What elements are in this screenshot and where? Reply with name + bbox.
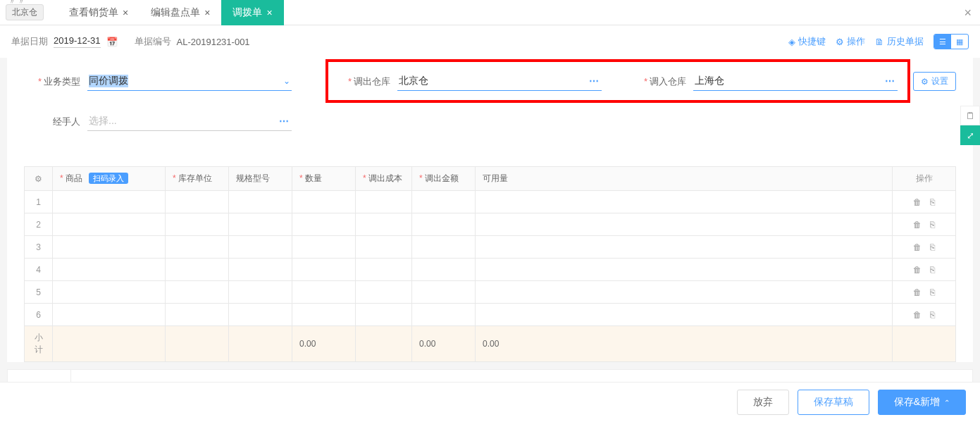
cell-amount[interactable]: [412, 236, 476, 259]
cell-unit[interactable]: [166, 213, 229, 236]
copy-icon[interactable]: ⎘: [930, 197, 935, 207]
cell-qty[interactable]: [292, 304, 356, 326]
cell-unit[interactable]: [166, 191, 229, 213]
biz-type-select[interactable]: 同价调拨 ⌄: [87, 72, 292, 91]
out-warehouse-select[interactable]: 北京仓 ⋯: [397, 72, 602, 91]
delete-icon[interactable]: 🗑: [913, 242, 922, 252]
cell-unit[interactable]: [166, 259, 229, 281]
cell-cost[interactable]: [356, 281, 412, 304]
operate-link[interactable]: ⚙ 操作: [836, 35, 865, 48]
shortcut-link[interactable]: ◈ 快捷键: [788, 35, 826, 48]
cell-spec[interactable]: [229, 236, 292, 259]
copy-icon[interactable]: ⎘: [930, 242, 935, 252]
shortcut-label: 快捷键: [798, 35, 826, 48]
cell-product[interactable]: [53, 213, 166, 236]
copy-icon[interactable]: ⎘: [930, 265, 935, 275]
cell-qty[interactable]: [292, 236, 356, 259]
tab-bar: 〃 〃 北京仓 查看销货单 × 编辑盘点单 × 调拨单 × ×: [0, 0, 980, 25]
date-value[interactable]: 2019-12-31: [54, 35, 101, 48]
cell-unit[interactable]: [166, 236, 229, 259]
table-row[interactable]: 2🗑⎘: [25, 213, 956, 236]
subtotal-label: 小计: [25, 326, 53, 362]
history-label: 历史单据: [887, 35, 924, 48]
delete-icon[interactable]: 🗑: [913, 287, 922, 297]
copy-icon[interactable]: ⎘: [930, 220, 935, 230]
cell-cost[interactable]: [356, 259, 412, 281]
delete-icon[interactable]: 🗑: [913, 265, 922, 275]
cell-cost[interactable]: [356, 236, 412, 259]
cell-cost[interactable]: [356, 213, 412, 236]
cell-available[interactable]: [476, 191, 893, 213]
copy-icon[interactable]: ⎘: [930, 287, 935, 297]
table-row[interactable]: 1🗑⎘: [25, 191, 956, 213]
delete-icon[interactable]: 🗑: [913, 310, 922, 320]
cell-spec[interactable]: [229, 259, 292, 281]
expand-tool-icon[interactable]: ⤢: [960, 125, 980, 145]
discard-button[interactable]: 放弃: [737, 390, 789, 415]
scan-badge[interactable]: 扫码录入: [89, 173, 128, 184]
cell-amount[interactable]: [412, 191, 476, 213]
row-num: 4: [25, 259, 53, 281]
cell-qty[interactable]: [292, 259, 356, 281]
table-row[interactable]: 6🗑⎘: [25, 304, 956, 326]
tab-edit-inventory[interactable]: 编辑盘点单 ×: [139, 0, 221, 25]
table-row[interactable]: 3🗑⎘: [25, 236, 956, 259]
tab-view-sales[interactable]: 查看销货单 ×: [58, 0, 139, 25]
table-container: ⚙ *商品 扫码录入 *库存单位 规格型号 *数量 *调出成本 *调出金额 可用…: [7, 159, 973, 362]
cell-available[interactable]: [476, 236, 893, 259]
header-actions: ◈ 快捷键 ⚙ 操作 🗎 历史单据 ☰ ▦: [788, 34, 969, 49]
cell-amount[interactable]: [412, 213, 476, 236]
cell-unit[interactable]: [166, 281, 229, 304]
gear-column-icon[interactable]: ⚙: [25, 167, 53, 191]
cell-amount[interactable]: [412, 259, 476, 281]
delete-icon[interactable]: 🗑: [913, 197, 922, 207]
cell-product[interactable]: [53, 304, 166, 326]
close-icon[interactable]: ×: [266, 7, 272, 18]
tab-label: 查看销货单: [69, 6, 118, 19]
history-link[interactable]: 🗎 历史单据: [875, 35, 924, 48]
subtotal-amount: 0.00: [412, 326, 476, 362]
row-num: 5: [25, 281, 53, 304]
view-list-icon[interactable]: ☰: [934, 35, 951, 49]
table-row[interactable]: 5🗑⎘: [25, 281, 956, 304]
note-tool-icon[interactable]: 🗒: [960, 106, 980, 125]
handler-select[interactable]: 选择... ⋯: [87, 112, 292, 131]
cell-product[interactable]: [53, 281, 166, 304]
tab-transfer[interactable]: 调拨单 ×: [221, 0, 283, 25]
cell-available[interactable]: [476, 281, 893, 304]
cell-qty[interactable]: [292, 281, 356, 304]
close-icon[interactable]: ×: [123, 7, 128, 18]
view-grid-icon[interactable]: ▦: [951, 35, 968, 49]
save-draft-button[interactable]: 保存草稿: [798, 390, 869, 415]
cell-amount[interactable]: [412, 304, 476, 326]
cell-available[interactable]: [476, 304, 893, 326]
cell-spec[interactable]: [229, 281, 292, 304]
delete-icon[interactable]: 🗑: [913, 220, 922, 230]
dots-icon: ⋯: [279, 116, 290, 127]
page-close-icon[interactable]: ×: [964, 6, 972, 20]
cell-spec[interactable]: [229, 304, 292, 326]
cell-available[interactable]: [476, 259, 893, 281]
cell-qty[interactable]: [292, 213, 356, 236]
table-row[interactable]: 4🗑⎘: [25, 259, 956, 281]
cell-amount[interactable]: [412, 281, 476, 304]
copy-icon[interactable]: ⎘: [930, 310, 935, 320]
cell-unit[interactable]: [166, 304, 229, 326]
quote-mark: 〃 〃: [8, 0, 25, 7]
header-row: 单据日期 2019-12-31 📅 单据编号 AL-20191231-001 ◈…: [0, 25, 980, 58]
save-new-button[interactable]: 保存&新增 ⌃: [878, 390, 966, 415]
in-warehouse-select[interactable]: 上海仓 ⋯: [693, 72, 898, 91]
cell-spec[interactable]: [229, 213, 292, 236]
biz-type-value: 同价调拨: [89, 75, 128, 87]
cell-qty[interactable]: [292, 191, 356, 213]
cell-available[interactable]: [476, 213, 893, 236]
cell-cost[interactable]: [356, 191, 412, 213]
cell-product[interactable]: [53, 236, 166, 259]
close-icon[interactable]: ×: [204, 7, 210, 18]
calendar-icon[interactable]: 📅: [106, 37, 118, 47]
cell-spec[interactable]: [229, 191, 292, 213]
cell-product[interactable]: [53, 259, 166, 281]
settings-button[interactable]: ⚙ 设置: [913, 72, 956, 91]
cell-cost[interactable]: [356, 304, 412, 326]
cell-product[interactable]: [53, 191, 166, 213]
